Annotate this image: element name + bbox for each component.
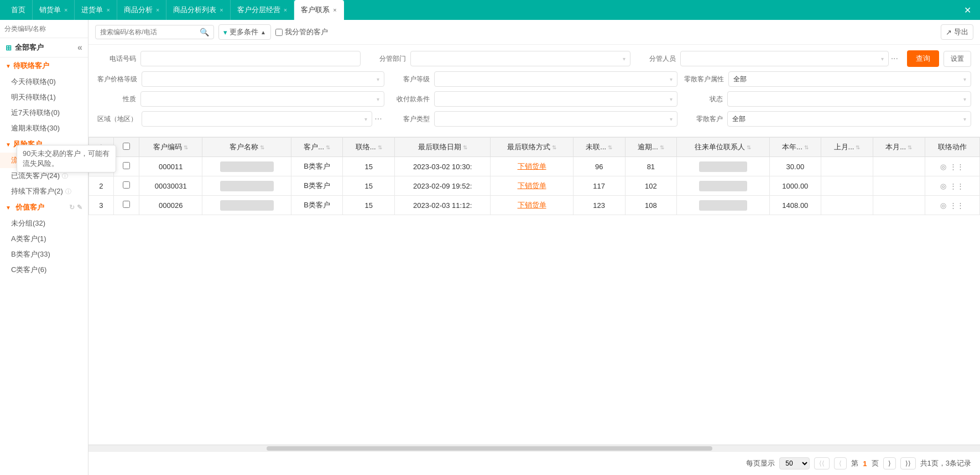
close-icon[interactable]: × (220, 7, 223, 13)
status-select[interactable]: ▾ (727, 91, 971, 107)
sidebar-item-class-a[interactable]: A类客户(1) (0, 231, 88, 247)
th-overdue[interactable]: 逾期...⇅ (625, 138, 677, 157)
th-uncontacted[interactable]: 未联...⇅ (573, 138, 625, 157)
tab-purchase-order[interactable]: 进货单 × (75, 0, 117, 20)
my-customers-checkbox[interactable] (275, 29, 283, 36)
row-checkbox[interactable] (123, 162, 130, 169)
th-last-date[interactable]: 最后联络日期⇅ (395, 138, 491, 157)
contact-method-link[interactable]: 下销货单 (518, 181, 546, 190)
scrollbar-thumb[interactable] (267, 446, 712, 451)
window-close-button[interactable]: ✕ (960, 5, 976, 15)
my-customers-checkbox-label[interactable]: 我分管的客户 (275, 27, 328, 37)
query-button[interactable]: 查询 (907, 50, 939, 67)
retail-select[interactable]: 全部 ▾ (727, 111, 971, 127)
customer-type-select[interactable]: ▾ (434, 111, 678, 127)
chevron-down-icon: ▾ (623, 56, 625, 62)
th-code[interactable]: 客户编码⇅ (139, 138, 202, 157)
manager-select[interactable]: ▾ (680, 51, 889, 66)
contact-method-link[interactable]: 下销货单 (518, 162, 546, 170)
sidebar-search-input[interactable] (4, 25, 87, 33)
settings-button[interactable]: 设置 (943, 51, 971, 67)
last-page-button[interactable]: ⟩⟩ (900, 457, 916, 469)
close-icon[interactable]: × (64, 7, 67, 13)
next-page-button[interactable]: ⟩ (883, 457, 896, 469)
row-checkbox[interactable] (123, 181, 130, 189)
sidebar-group-pending[interactable]: ▼ 待联络客户 (0, 58, 88, 74)
prev-page-button[interactable]: ⟨ (834, 457, 847, 469)
manager-more-icon[interactable]: ··· (889, 54, 900, 64)
edit-icon[interactable]: ✎ (77, 203, 82, 211)
close-icon[interactable]: × (333, 7, 336, 13)
contact-icon[interactable]: ◎ (940, 201, 946, 210)
th-checkbox[interactable] (113, 138, 139, 157)
close-icon[interactable]: × (156, 7, 159, 13)
cell-last-method[interactable]: 下销货单 (491, 157, 574, 176)
th-customer-type[interactable]: 客户...⇅ (291, 138, 343, 157)
cell-checkbox[interactable] (113, 176, 139, 196)
tab-product-analysis[interactable]: 商品分析 × (117, 0, 166, 20)
page-size-select[interactable]: 50 100 200 (779, 457, 810, 469)
th-name[interactable]: 客户名称⇅ (202, 138, 291, 157)
first-page-button[interactable]: ⟨⟨ (814, 457, 830, 469)
price-grade-select[interactable]: ▾ (142, 71, 384, 87)
filter-search-button[interactable]: 🔍 (200, 28, 209, 36)
more-action-icon[interactable]: ⋮⋮ (950, 163, 964, 171)
phone-input[interactable] (140, 51, 361, 66)
cell-last-method[interactable]: 下销货单 (491, 176, 574, 196)
contact-icon[interactable]: ◎ (940, 182, 946, 190)
horizontal-scrollbar[interactable] (88, 445, 980, 451)
department-select[interactable]: ▾ (410, 51, 630, 66)
collapse-icon[interactable]: « (77, 43, 82, 53)
filter-more-conditions[interactable]: ▾ 更多条件 ▲ (218, 24, 271, 40)
row-checkbox[interactable] (123, 201, 130, 208)
retail-attr-select[interactable]: 全部 ▾ (728, 71, 971, 87)
payment-select[interactable]: ▾ (434, 91, 678, 107)
cell-this-year: 30.00 (769, 157, 821, 176)
sidebar-item-declining[interactable]: 持续下滑客户(2) ⓘ (0, 184, 88, 199)
cell-checkbox[interactable] (113, 196, 139, 215)
tab-customer-contact[interactable]: 客户联系 × (294, 0, 343, 20)
sidebar-item-overdue-pending[interactable]: 逾期未联络(30) (0, 121, 88, 136)
select-all-checkbox[interactable] (123, 143, 130, 150)
sidebar-item-unclassified[interactable]: 未分组(32) (0, 216, 88, 231)
th-action: 联络动作 (925, 138, 980, 157)
sidebar-all-customers[interactable]: ⊞ 全部客户 « (0, 38, 88, 58)
cell-seq: 3 (89, 196, 114, 215)
th-contact[interactable]: 联络...⇅ (343, 138, 395, 157)
cell-checkbox[interactable] (113, 157, 139, 176)
customer-grade-select[interactable]: ▾ (434, 71, 678, 87)
region-more-icon[interactable]: ··· (372, 114, 384, 124)
close-icon[interactable]: × (106, 7, 110, 13)
region-select[interactable]: ▾ (142, 111, 372, 127)
more-action-icon[interactable]: ⋮⋮ (950, 182, 964, 190)
th-last-method[interactable]: 最后联络方式⇅ (491, 138, 574, 157)
filter-bar: 🔍 ▾ 更多条件 ▲ 我分管的客户 ↗ 导出 (88, 20, 980, 45)
tab-customer-segment[interactable]: 客户分层经营 × (231, 0, 294, 20)
sort-icon: ⇅ (908, 144, 912, 150)
nature-select[interactable]: ▾ (140, 91, 384, 107)
tab-home[interactable]: 首页 (4, 0, 33, 20)
tab-product-analysis-list[interactable]: 商品分析列表 × (166, 0, 230, 20)
th-contacts[interactable]: 往来单位联系人⇅ (677, 138, 769, 157)
filter-field-status: 状态 ▾ (684, 91, 971, 107)
more-action-icon[interactable]: ⋮⋮ (950, 201, 964, 210)
sidebar-item-tomorrow-pending[interactable]: 明天待联络(1) (0, 90, 88, 105)
th-this-month[interactable]: 本月...⇅ (873, 138, 925, 157)
tab-sales-order[interactable]: 销货单 × (33, 0, 75, 20)
cell-last-method[interactable]: 下销货单 (491, 196, 574, 215)
contact-icon[interactable]: ◎ (940, 163, 946, 171)
sort-icon: ⇅ (747, 144, 751, 150)
sidebar-group-value[interactable]: ▼ 价值客户 ↻ ✎ (0, 199, 88, 216)
contact-method-link[interactable]: 下销货单 (518, 201, 546, 209)
cell-this-month (873, 196, 925, 215)
sidebar-item-7days-pending[interactable]: 近7天待联络(0) (0, 105, 88, 121)
filter-search-input[interactable] (100, 28, 200, 36)
th-this-year[interactable]: 本年...⇅ (769, 138, 821, 157)
close-icon[interactable]: × (284, 7, 287, 13)
sidebar-item-today-pending[interactable]: 今天待联络(0) (0, 74, 88, 90)
sidebar-item-class-c[interactable]: C类客户(6) (0, 262, 88, 278)
export-button[interactable]: ↗ 导出 (941, 24, 973, 40)
refresh-icon[interactable]: ↻ (69, 203, 75, 211)
sidebar-item-class-b[interactable]: B类客户(33) (0, 247, 88, 262)
th-last-month[interactable]: 上月...⇅ (821, 138, 873, 157)
